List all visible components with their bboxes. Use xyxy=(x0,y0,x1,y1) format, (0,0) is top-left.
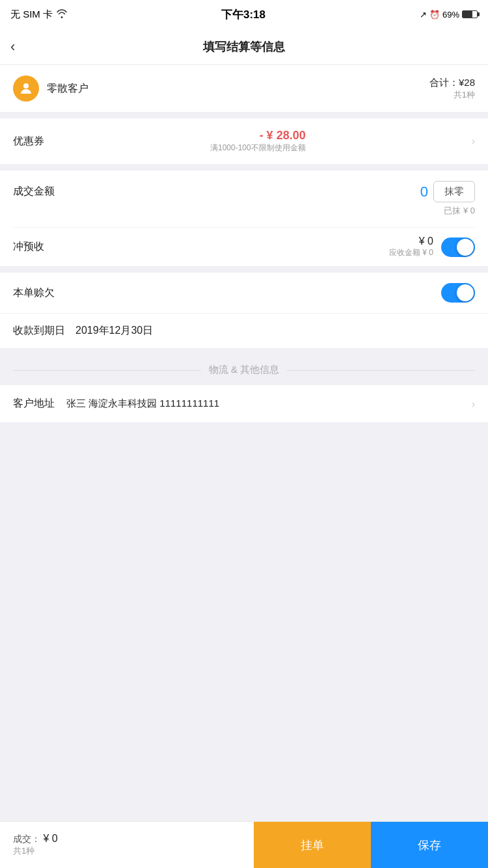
battery-text: 69% xyxy=(442,10,459,20)
address-chevron-icon: › xyxy=(472,398,475,410)
coupon-right: - ¥ 28.00 满1000-100不限制使用金额 xyxy=(210,129,306,154)
round-zero-button[interactable]: 抹零 xyxy=(433,181,475,202)
pre-collection-sub: 应收金额 ¥ 0 xyxy=(389,247,433,258)
battery-icon xyxy=(462,10,478,18)
amount-value: 0 xyxy=(420,183,428,200)
due-date-label: 收款到期日 xyxy=(13,324,65,338)
debt-toggle-knob xyxy=(457,284,474,301)
total-amount: 合计：¥28 xyxy=(429,77,475,89)
amount-row: 成交金额 0 抹零 xyxy=(13,181,475,202)
pre-collection-toggle[interactable] xyxy=(441,237,475,257)
pre-collection-value: ¥ 0 xyxy=(389,236,433,247)
nav-bar: ‹ 填写结算等信息 xyxy=(0,29,488,65)
debt-section: 本单赊欠 xyxy=(0,273,488,313)
toggle-knob xyxy=(457,239,474,256)
transaction-section: 成交金额 0 抹零 已抹 ¥ 0 冲预收 ¥ 0 应收金额 ¥ 0 xyxy=(0,170,488,266)
debt-toggle[interactable] xyxy=(441,283,475,303)
amount-section: 成交金额 0 抹零 已抹 ¥ 0 xyxy=(0,170,488,227)
status-left: 无 SIM 卡 xyxy=(10,8,67,21)
bottom-info: 成交： ¥ 0 共1种 xyxy=(0,833,254,857)
wifi-icon xyxy=(57,9,67,20)
back-button[interactable]: ‹ xyxy=(10,38,15,55)
address-value: 张三 海淀永丰科技园 11111111111 xyxy=(66,398,467,410)
address-section[interactable]: 客户地址 张三 海淀永丰科技园 11111111111 › xyxy=(0,385,488,422)
hang-order-button[interactable]: 挂单 xyxy=(254,822,371,869)
status-time: 下午3:18 xyxy=(221,7,265,22)
location-icon: ↗ xyxy=(420,10,427,20)
due-date-section: 收款到期日 2019年12月30日 xyxy=(0,313,488,348)
status-bar: 无 SIM 卡 下午3:18 ↗ ⏰ 69% xyxy=(0,0,488,29)
coupon-label: 优惠券 xyxy=(13,135,44,148)
coupon-row[interactable]: 优惠券 - ¥ 28.00 满1000-100不限制使用金额 › xyxy=(0,118,488,164)
status-right: ↗ ⏰ 69% xyxy=(420,10,478,20)
alarm-icon: ⏰ xyxy=(429,10,440,20)
bottom-bar: 成交： ¥ 0 共1种 挂单 保存 xyxy=(0,821,488,868)
bottom-count: 共1种 xyxy=(13,845,241,857)
coupon-section[interactable]: 优惠券 - ¥ 28.00 满1000-100不限制使用金额 › xyxy=(0,118,488,164)
pre-collection-row: 冲预收 ¥ 0 应收金额 ¥ 0 xyxy=(0,228,488,266)
customer-avatar xyxy=(13,75,39,102)
customer-name: 零散客户 xyxy=(47,82,88,96)
logistics-header: 物流 & 其他信息 xyxy=(0,355,488,385)
coupon-subtext: 满1000-100不限制使用金额 xyxy=(210,142,306,154)
coupon-chevron-icon: › xyxy=(472,135,475,147)
save-button[interactable]: 保存 xyxy=(371,822,488,869)
page-title: 填写结算等信息 xyxy=(203,39,285,55)
address-row[interactable]: 客户地址 张三 海淀永丰科技园 11111111111 › xyxy=(0,385,488,422)
customer-left: 零散客户 xyxy=(13,75,88,102)
customer-row: 零散客户 合计：¥28 共1种 xyxy=(0,65,488,112)
amount-label: 成交金额 xyxy=(13,185,55,198)
due-date-value: 2019年12月30日 xyxy=(75,324,153,338)
total-count: 共1种 xyxy=(429,89,475,101)
customer-total: 合计：¥28 共1种 xyxy=(429,77,475,101)
amount-right: 0 抹零 xyxy=(420,181,475,202)
bottom-title: 成交： xyxy=(13,834,40,844)
customer-section: 零散客户 合计：¥28 共1种 xyxy=(0,65,488,112)
pre-collection-right: ¥ 0 应收金额 ¥ 0 xyxy=(389,236,475,258)
no-sim-text: 无 SIM 卡 xyxy=(10,8,53,21)
logistics-label: 物流 & 其他信息 xyxy=(201,364,287,376)
debt-label: 本单赊欠 xyxy=(13,286,55,300)
bottom-title-row: 成交： ¥ 0 xyxy=(13,833,241,845)
coupon-value: - ¥ 28.00 xyxy=(210,129,306,142)
bottom-amount: ¥ 0 xyxy=(43,833,57,844)
svg-point-0 xyxy=(23,83,29,88)
content: 零散客户 合计：¥28 共1种 优惠券 - ¥ 28.00 满1000-100不… xyxy=(0,65,488,476)
pre-collection-label: 冲预收 xyxy=(13,240,44,254)
amount-sub: 已抹 ¥ 0 xyxy=(13,205,475,222)
address-label: 客户地址 xyxy=(13,397,59,411)
pre-collection-values: ¥ 0 应收金额 ¥ 0 xyxy=(389,236,433,258)
